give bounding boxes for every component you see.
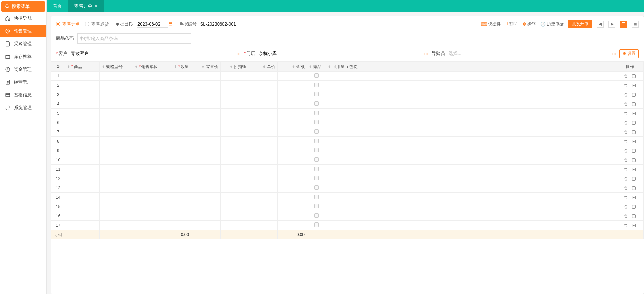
barcode-input[interactable] [77, 33, 191, 44]
delete-icon[interactable] [624, 149, 628, 153]
delete-icon[interactable] [624, 205, 628, 209]
delete-icon[interactable] [624, 102, 628, 106]
add-row-icon[interactable] [632, 167, 636, 172]
delete-icon[interactable] [624, 186, 628, 190]
table-row[interactable]: 14 [51, 193, 644, 202]
add-row-icon[interactable] [632, 195, 636, 200]
gift-checkbox[interactable] [314, 148, 319, 152]
table-row[interactable]: 15 [51, 202, 644, 211]
table-row[interactable]: 16 [51, 211, 644, 221]
gift-checkbox[interactable] [314, 129, 319, 134]
add-row-icon[interactable] [632, 186, 636, 190]
delete-icon[interactable] [624, 130, 628, 134]
delete-icon[interactable] [624, 83, 628, 88]
history-button[interactable]: 🕑历史单据 [540, 21, 564, 27]
sidebar-item-3[interactable]: 库存核算 [0, 50, 46, 63]
delete-icon[interactable] [624, 74, 628, 78]
add-row-icon[interactable] [632, 83, 636, 88]
delete-icon[interactable] [624, 121, 628, 125]
sidebar-item-0[interactable]: 快捷导航 [0, 12, 46, 25]
next-button[interactable]: ▶ [608, 21, 615, 28]
gift-checkbox[interactable] [314, 176, 319, 180]
th-unit[interactable]: ▲▼销售单位 [129, 62, 160, 72]
guide-lookup-button[interactable]: ⋯ [612, 51, 617, 56]
add-row-icon[interactable] [632, 130, 636, 134]
add-row-icon[interactable] [632, 149, 636, 153]
customer-lookup-button[interactable]: ⋯ [236, 51, 241, 56]
customer-input[interactable] [70, 49, 241, 58]
gift-checkbox[interactable] [314, 83, 319, 87]
table-row[interactable]: 1 [51, 72, 644, 81]
add-row-icon[interactable] [632, 111, 636, 116]
calendar-icon[interactable] [168, 22, 173, 26]
gift-checkbox[interactable] [314, 139, 319, 143]
th-spec[interactable]: ▲▼规格型号 [100, 62, 129, 72]
table-row[interactable]: 3 [51, 90, 644, 99]
sidebar-item-4[interactable]: 资金管理 [0, 63, 46, 76]
gift-checkbox[interactable] [314, 222, 319, 227]
gift-checkbox[interactable] [314, 120, 319, 124]
tab-0[interactable]: 首页 [47, 0, 68, 12]
sidebar-item-1[interactable]: 销售管理 [0, 25, 46, 37]
table-row[interactable]: 6 [51, 118, 644, 127]
th-amount[interactable]: ▲▼金额 [278, 62, 307, 72]
table-row[interactable]: 2 [51, 81, 644, 90]
sidebar-item-6[interactable]: 基础信息 [0, 88, 46, 101]
table-row[interactable]: 12 [51, 174, 644, 183]
prev-button[interactable]: ◀ [597, 21, 604, 28]
add-row-icon[interactable] [632, 102, 636, 106]
close-icon[interactable]: ✕ [94, 4, 98, 9]
gift-checkbox[interactable] [314, 101, 319, 106]
settings-button[interactable]: ⚙ 设置 [619, 49, 639, 58]
th-discount[interactable]: ▲▼折扣% [221, 62, 248, 72]
sidebar-item-7[interactable]: 系统管理 [0, 101, 46, 114]
gift-checkbox[interactable] [314, 167, 319, 171]
table-row[interactable]: 7 [51, 127, 644, 137]
add-row-icon[interactable] [632, 93, 636, 97]
table-row[interactable]: 5 [51, 109, 644, 118]
th-product[interactable]: ▲▼商品 [65, 62, 100, 72]
store-lookup-button[interactable]: ⋯ [424, 51, 429, 56]
guide-input[interactable] [448, 49, 617, 58]
table-row[interactable]: 10 [51, 155, 644, 165]
delete-icon[interactable] [624, 177, 628, 181]
gift-checkbox[interactable] [314, 73, 319, 78]
table-wrap[interactable]: ⚙ ▲▼商品 ▲▼规格型号 ▲▼销售单位 ▲▼数量 ▲▼零售价 ▲▼折扣% ▲▼… [51, 61, 644, 294]
order-type-radio-1[interactable]: 零售退货 [85, 21, 109, 27]
add-row-icon[interactable] [632, 205, 636, 209]
table-row[interactable]: 11 [51, 165, 644, 174]
batch-order-button[interactable]: 批发开单 [568, 20, 592, 28]
gift-checkbox[interactable] [314, 185, 319, 190]
delete-icon[interactable] [624, 139, 628, 144]
print-button[interactable]: ⎙打印 [506, 21, 518, 27]
table-row[interactable]: 9 [51, 146, 644, 155]
add-row-icon[interactable] [632, 223, 636, 228]
gift-checkbox[interactable] [314, 111, 319, 115]
delete-icon[interactable] [624, 167, 628, 172]
list-view-button[interactable]: ☰ [620, 21, 627, 28]
shortcut-button[interactable]: ⌨快捷键 [481, 21, 501, 27]
gift-checkbox[interactable] [314, 92, 319, 96]
th-price[interactable]: ▲▼单价 [248, 62, 278, 72]
delete-icon[interactable] [624, 195, 628, 200]
table-row[interactable]: 8 [51, 137, 644, 146]
delete-icon[interactable] [624, 93, 628, 97]
store-input[interactable] [258, 49, 429, 58]
table-row[interactable]: 17 [51, 221, 644, 230]
sidebar-item-5[interactable]: 经营管理 [0, 76, 46, 88]
table-row[interactable]: 13 [51, 183, 644, 193]
add-row-icon[interactable] [632, 74, 636, 78]
grid-view-button[interactable]: ⊞ [632, 21, 639, 28]
delete-icon[interactable] [624, 111, 628, 116]
date-value[interactable]: 2023-06-02 [137, 21, 168, 28]
order-type-radio-0[interactable]: 零售开单 [56, 21, 80, 27]
operate-button[interactable]: ✽操作 [522, 21, 536, 27]
add-row-icon[interactable] [632, 139, 636, 144]
gift-checkbox[interactable] [314, 213, 319, 218]
th-retail-price[interactable]: ▲▼零售价 [191, 62, 221, 72]
sidebar-item-2[interactable]: 采购管理 [0, 37, 46, 50]
delete-icon[interactable] [624, 223, 628, 228]
add-row-icon[interactable] [632, 177, 636, 181]
gift-checkbox[interactable] [314, 157, 319, 162]
th-available[interactable]: ▲▼可用量（包装） [326, 62, 616, 72]
